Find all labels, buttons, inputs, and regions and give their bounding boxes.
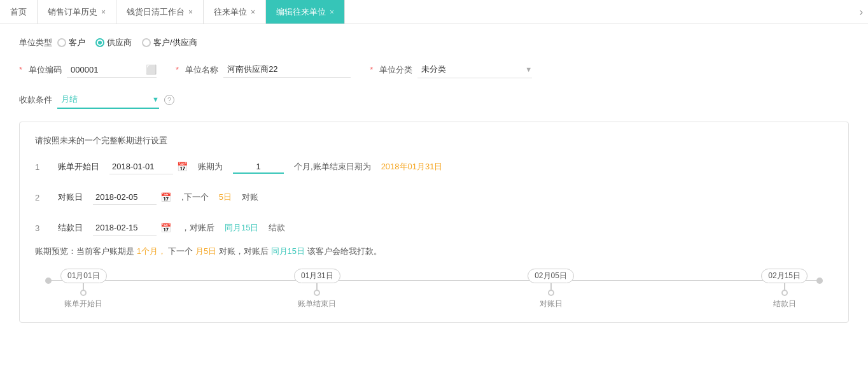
tabs-bar: 首页 销售订单历史 × 钱货日清工作台 × 往来单位 × 编辑往来单位 × › — [0, 0, 868, 24]
tab-daily-work[interactable]: 钱货日清工作台 × — [116, 0, 204, 24]
period-desc-1a: 账期为 — [198, 161, 223, 172]
unit-code-input[interactable] — [67, 62, 143, 77]
radio-customer-label: 客户 — [69, 37, 85, 48]
period-num-1: 1 — [35, 162, 48, 172]
close-icon[interactable]: × — [101, 8, 106, 17]
radio-circle-customer — [57, 38, 66, 47]
timeline-sublabel-4: 结款日 — [773, 299, 796, 309]
radio-customer[interactable]: 客户 — [57, 37, 85, 48]
unit-name-group: * 单位名称 — [176, 62, 351, 78]
tab-home[interactable]: 首页 — [0, 0, 38, 24]
timeline-container: 01月01日 账单开始日 01月31日 账单结束日 02月05日 — [35, 269, 833, 309]
timeline-dot-1 — [80, 290, 87, 296]
period-label-1: 账单开始日 — [58, 161, 99, 172]
timeline-connector-4 — [784, 283, 785, 290]
payment-value: 月结 — [57, 91, 150, 108]
payment-row: 收款条件 月结 ▼ ? — [19, 91, 849, 109]
period-desc-3a: ，对账后 — [181, 222, 214, 234]
unit-class-label: 单位分类 — [379, 64, 412, 76]
chevron-down-icon-payment: ▼ — [152, 95, 159, 103]
date-field-1: 📅 — [109, 159, 188, 174]
chevron-down-icon: ▼ — [525, 66, 532, 73]
payment-label: 收款条件 — [19, 94, 52, 106]
date-input-2[interactable] — [93, 190, 157, 205]
timeline-label-2: 01月31日 — [294, 269, 340, 283]
tab-daily-work-label: 钱货日清工作台 — [127, 6, 185, 18]
date-input-1[interactable] — [109, 159, 173, 174]
timeline-dot-2 — [314, 290, 320, 296]
unit-name-input[interactable] — [223, 62, 351, 78]
payment-select[interactable]: 月结 ▼ — [57, 91, 159, 109]
unit-type-label: 单位类型 — [19, 37, 52, 48]
timeline-sublabel-3: 对账日 — [540, 299, 563, 309]
period-label-2: 对账日 — [58, 192, 83, 203]
close-icon[interactable]: × — [330, 8, 334, 17]
close-icon[interactable]: × — [251, 8, 255, 17]
period-months-input[interactable] — [233, 160, 284, 174]
period-row-1: 1 账单开始日 📅 账期为 个月,账单结束日期为 2018年01月31日 — [35, 159, 833, 174]
timeline-points: 01月01日 账单开始日 01月31日 账单结束日 02月05日 — [48, 269, 820, 309]
main-content: 单位类型 客户 供应商 客户/供应商 * 单位编码 — [0, 24, 868, 387]
radio-both-label: 客户/供应商 — [153, 37, 197, 48]
period-label-3: 结款日 — [58, 222, 83, 234]
period-end-date: 2018年01月31日 — [381, 161, 443, 172]
timeline-connector-3 — [550, 283, 552, 290]
date-input-3[interactable] — [93, 220, 157, 236]
period-reconcile-day: 5日 — [219, 192, 232, 203]
unit-info-row: * 单位编码 ⬜ * 单位名称 * 单位分类 未分类 ▼ — [19, 61, 849, 78]
tab-edit-unit-label: 编辑往来单位 — [276, 6, 326, 18]
timeline-point-2: 01月31日 账单结束日 — [294, 269, 340, 309]
preview-prefix: 账期预览：当前客户账期是 — [35, 246, 134, 256]
radio-supplier[interactable]: 供应商 — [95, 37, 132, 48]
preview-text: 账期预览：当前客户账期是 1个月， 下一个 月5日 对账，对账后 同月15日 该… — [35, 246, 833, 262]
tab-home-label: 首页 — [10, 6, 27, 18]
tab-edit-unit[interactable]: 编辑往来单位 × — [266, 0, 345, 24]
preview-suffix: 该客户会给我打款。 — [307, 246, 382, 256]
required-star-class: * — [370, 65, 373, 74]
unit-code-label: 单位编码 — [29, 64, 62, 76]
period-num-2: 2 — [35, 193, 48, 202]
unit-code-field: ⬜ — [67, 62, 157, 78]
radio-both[interactable]: 客户/供应商 — [142, 37, 197, 48]
unit-name-label: 单位名称 — [185, 64, 218, 76]
period-pay-day: 同月15日 — [225, 222, 258, 234]
calendar-icon-2[interactable]: 📅 — [160, 192, 171, 202]
unit-class-value: 未分类 — [417, 61, 522, 78]
close-icon[interactable]: × — [188, 8, 193, 17]
copy-icon[interactable]: ⬜ — [146, 64, 157, 74]
tab-sales-history-label: 销售订单历史 — [48, 6, 97, 18]
preview-reconcile-prefix: 下一个 — [168, 246, 193, 256]
unit-type-group: 单位类型 客户 供应商 客户/供应商 — [19, 37, 197, 48]
preview-pay-day: 同月15日 — [271, 246, 307, 256]
preview-reconcile-day: 月5日 — [195, 246, 216, 256]
timeline-label-3: 02月05日 — [528, 269, 574, 283]
help-icon[interactable]: ? — [164, 95, 174, 105]
calendar-icon-3[interactable]: 📅 — [160, 223, 171, 233]
payment-group: 收款条件 月结 ▼ ? — [19, 91, 174, 109]
period-desc-1b: 个月,账单结束日期为 — [294, 161, 371, 172]
radio-circle-supplier — [95, 38, 104, 47]
timeline-point-3: 02月05日 对账日 — [528, 269, 574, 309]
period-title: 请按照未来的一个完整帐期进行设置 — [35, 135, 833, 146]
timeline-sublabel-2: 账单结束日 — [298, 299, 336, 309]
radio-supplier-label: 供应商 — [107, 37, 132, 48]
preview-1m: 1个月， — [137, 246, 166, 256]
period-num-3: 3 — [35, 223, 48, 233]
period-desc-2b: 对账 — [242, 192, 258, 203]
unit-class-select[interactable]: 未分类 ▼ — [417, 61, 532, 78]
timeline-label-4: 02月15日 — [761, 269, 808, 283]
unit-type-radio-group: 客户 供应商 客户/供应商 — [57, 37, 197, 48]
timeline-sublabel-1: 账单开始日 — [64, 299, 102, 309]
tab-sales-history[interactable]: 销售订单历史 × — [38, 0, 116, 24]
unit-class-group: * 单位分类 未分类 ▼ — [370, 61, 532, 78]
timeline-connector-1 — [83, 283, 84, 290]
calendar-icon-1[interactable]: 📅 — [177, 162, 188, 172]
period-desc-2a: ,下一个 — [181, 192, 209, 203]
tab-more-button[interactable]: › — [855, 0, 868, 24]
period-desc-3b: 结款 — [269, 222, 285, 234]
timeline-connector-2 — [316, 283, 318, 290]
radio-circle-both — [142, 38, 151, 47]
tab-units[interactable]: 往来单位 × — [204, 0, 266, 24]
date-field-2: 📅 — [93, 190, 171, 205]
timeline-dot-3 — [548, 290, 554, 296]
